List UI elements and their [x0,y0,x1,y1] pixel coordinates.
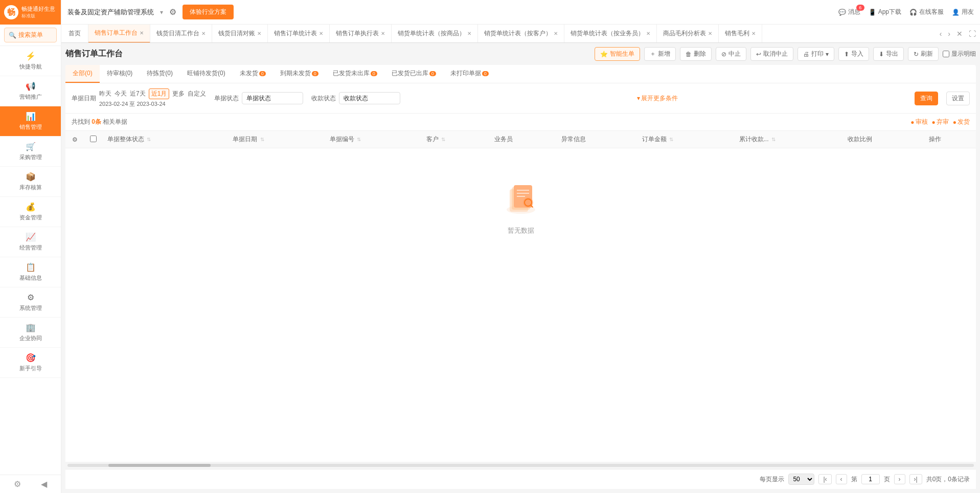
export-button[interactable]: ⬇ 导出 [873,47,904,61]
star-icon: ⭐ [600,51,608,58]
cancel-review-action-button[interactable]: ● 弃审 [932,118,949,126]
first-page-button[interactable]: |‹ [818,474,831,484]
sidebar-item-quick-nav[interactable]: ⚡ 快捷导航 [0,46,61,76]
suspend-button[interactable]: ⊘ 中止 [716,47,746,61]
sidebar-item-purchase[interactable]: 🛒 采购管理 [0,137,61,167]
refresh-button[interactable]: ↻ 刷新 [908,47,939,61]
sidebar-item-finance[interactable]: 💰 资金管理 [0,197,61,227]
ship-action-button[interactable]: ● 发货 [953,118,970,126]
sidebar-item-system[interactable]: ⚙ 系统管理 [0,287,61,318]
scrollbar-thumb[interactable] [108,464,211,467]
yesterday-shortcut[interactable]: 昨天 [99,89,111,98]
tab-sales-summary-staff[interactable]: 销货单统计表（按业务员） ✕ [564,25,657,43]
th-settings[interactable]: ⚙ [65,131,84,148]
table-container[interactable]: ⚙ 单据整体状态 ⇅ 单据日期 ⇅ 单据编号 [65,131,976,462]
tab-close-sales-stats[interactable]: ✕ [319,31,323,36]
select-all-checkbox[interactable] [90,136,97,142]
topbar-dropdown-icon[interactable]: ▾ [160,9,163,16]
tab-close-gross-profit[interactable]: ✕ [708,31,712,36]
smart-generate-button[interactable]: ⭐ 智能生单 [595,47,640,61]
horizontal-scrollbar[interactable] [65,462,976,469]
sub-tab-all[interactable]: 全部(0) [65,65,100,83]
query-button[interactable]: 查询 [915,92,938,105]
status-select[interactable]: 单据状态 [242,92,303,104]
sort-received-icon[interactable]: ⇅ [771,137,776,142]
tab-scroll-right-icon[interactable]: › [946,29,952,39]
sort-status-icon[interactable]: ⇅ [147,137,151,142]
tab-sales-receivable[interactable]: 销售毛利 ✕ [719,25,762,43]
tab-gross-profit[interactable]: 商品毛利分析表 ✕ [657,25,719,43]
next-page-button[interactable]: › [894,474,905,484]
sidebar-item-basic-info[interactable]: 📋 基础信息 [0,257,61,287]
tab-close-cash-reconcile[interactable]: ✕ [257,31,261,36]
app-download-action[interactable]: 📱 App下载 [869,8,901,16]
tab-close-sales-summary-product[interactable]: ✕ [467,31,471,36]
last-page-button[interactable]: ›| [909,474,922,484]
prev-page-button[interactable]: ‹ [836,474,847,484]
show-details-input[interactable] [943,51,949,57]
sub-tab-overdue[interactable]: 到期未发货0 [273,65,326,83]
sub-tab-shipped-not-out[interactable]: 已发货未出库0 [326,65,384,83]
tab-close-sales-exec[interactable]: ✕ [381,31,385,36]
tab-close-cash-daily[interactable]: ✕ [201,31,206,36]
payment-select[interactable]: 收款状态 [339,92,400,104]
sort-customer-icon[interactable]: ⇅ [441,137,445,142]
message-action[interactable]: 💬 消息 6 [838,8,860,16]
tab-close-all-icon[interactable]: ✕ [954,29,965,39]
online-service-action[interactable]: 🎧 在线客服 [909,8,944,16]
sidebar-item-enterprise[interactable]: 🏢 企业协同 [0,318,61,348]
review-action-button[interactable]: ● 审核 [910,118,927,126]
topbar-settings-icon[interactable]: ⚙ [169,7,176,17]
sort-date-icon[interactable]: ⇅ [260,137,264,142]
tab-cash-reconcile[interactable]: 钱货日清对账 ✕ [212,25,268,43]
tab-close-sales-workbench[interactable]: ✕ [140,30,144,36]
tab-close-sales-summary-customer[interactable]: ✕ [554,31,558,36]
tab-sales-exec[interactable]: 销售订单执行表 ✕ [330,25,392,43]
sub-tab-not-printed[interactable]: 未打印单据0 [443,65,496,83]
tab-cash-daily[interactable]: 钱货日清工作台 ✕ [150,25,212,43]
settings-bottom-icon[interactable]: ⚙ [14,479,21,489]
new-button[interactable]: ＋ 新增 [644,47,676,61]
solution-button[interactable]: 体验行业方案 [183,5,234,19]
tab-sales-summary-customer[interactable]: 销货单统计表（按客户） ✕ [478,25,564,43]
custom-shortcut[interactable]: 自定义 [188,89,206,98]
cancel-suspend-button[interactable]: ↩ 取消中止 [750,47,793,61]
today-shortcut[interactable]: 今天 [115,89,127,98]
sort-amount-icon[interactable]: ⇅ [669,137,673,142]
page-number-input[interactable] [861,474,880,484]
tab-home[interactable]: 首页 [61,25,88,43]
collapse-sidebar-icon[interactable]: ◀ [41,479,47,489]
tab-scroll-left-icon[interactable]: ‹ [938,29,944,39]
tab-sales-summary-product[interactable]: 销货单统计表（按商品） ✕ [392,25,478,43]
sidebar-item-sales[interactable]: 📊 销售管理 [0,106,61,137]
delete-button[interactable]: 🗑 删除 [680,47,712,61]
per-page-select[interactable]: 50 100 200 [788,474,814,485]
tab-sales-workbench[interactable]: 销售订单工作台 ✕ [88,25,150,43]
sidebar-item-operations[interactable]: 📈 经营管理 [0,227,61,257]
sub-tab-pending-inspect[interactable]: 待拣货(0) [140,65,180,83]
tab-close-sales-receivable[interactable]: ✕ [751,31,756,36]
import-button[interactable]: ⬆ 导入 [838,47,869,61]
sidebar-item-marketing[interactable]: 📢 营销推广 [0,76,61,106]
tab-close-sales-summary-staff[interactable]: ✕ [646,31,650,36]
sub-tab-wangpu[interactable]: 旺铺待发货(0) [180,65,233,83]
tab-sales-stats[interactable]: 销售订单统计表 ✕ [268,25,330,43]
filter-settings-button[interactable]: 设置 [946,92,970,105]
more-shortcut[interactable]: 更多 [172,89,185,98]
show-details-checkbox[interactable]: 显示明细 [943,50,976,58]
tab-expand-icon[interactable]: ⛶ [967,29,978,39]
date-range-display: 2023-02-24 至 2023-03-24 [99,100,206,108]
search-menu-button[interactable]: 🔍 搜索菜单 [4,28,57,42]
sort-number-icon[interactable]: ⇅ [357,137,361,142]
th-checkbox[interactable] [84,131,102,148]
last1month-shortcut[interactable]: 近1月 [149,88,170,99]
print-button[interactable]: 🖨 打印 ▾ [797,47,834,61]
expand-filter-button[interactable]: ▾ 展开更多条件 [637,94,678,103]
last7-shortcut[interactable]: 近7天 [130,89,146,98]
sub-tab-shipped-out[interactable]: 已发货已出库0 [384,65,443,83]
sub-tab-pending-review[interactable]: 待审核(0) [100,65,140,83]
user-action[interactable]: 👤 用友 [952,8,974,16]
sub-tab-not-shipped[interactable]: 未发货0 [233,65,273,83]
sidebar-item-inventory[interactable]: 📦 库存核算 [0,167,61,197]
sidebar-item-guide[interactable]: 🎯 新手引导 [0,348,61,378]
